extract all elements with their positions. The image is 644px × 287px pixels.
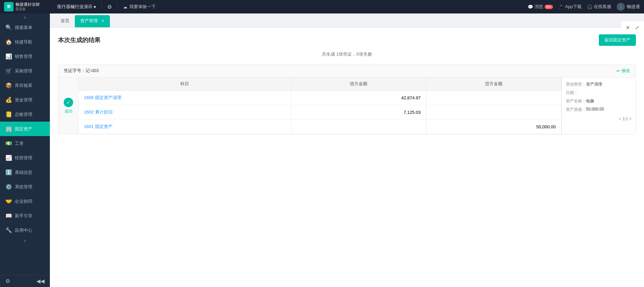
sidebar-scroll-down[interactable]: ▼	[0, 237, 50, 244]
sidebar-item-operation[interactable]: 📈 经营管理	[0, 151, 50, 165]
search-icon: 🔍	[5, 24, 12, 31]
sidebar-item-basic-info[interactable]: ℹ️ 基础信息	[0, 165, 50, 180]
topbar: 财 畅捷通好业财 普及版 医疗器械行业演示 ▾ ⚙ ☁ 我要体验一下 💬 消息 …	[0, 0, 644, 13]
sidebar-item-enterprise[interactable]: 🤝 企业协同	[0, 194, 50, 209]
voucher-card: 凭证字号：记-003 ✏ 修改 ✓ 成功	[58, 64, 636, 134]
edit-label: 修改	[621, 68, 630, 74]
sidebar-item-label: 应用中心	[15, 227, 32, 233]
home-icon: 🏠	[5, 39, 12, 45]
sidebar-item-inventory[interactable]: 📦 库存核算	[0, 78, 50, 93]
tab-close-icon[interactable]: ✕	[101, 19, 104, 23]
date-label: 日期：	[566, 90, 586, 96]
topbar-right: 💬 消息 99+ 📱 App下载 🎧 在线客服 👤 畅捷通	[528, 3, 640, 11]
change-type-label: 变动类型：	[566, 82, 586, 87]
table-row: 1602 累计折旧 7,125.03	[79, 105, 561, 120]
sidebar-item-label: 快捷导航	[15, 39, 32, 45]
sidebar-item-label: 工资	[15, 140, 24, 147]
message-button[interactable]: 💬 消息 99+	[528, 4, 553, 10]
close-panel-button[interactable]: ✕	[624, 24, 632, 31]
sidebar-settings-icon[interactable]: ⚙	[5, 278, 10, 284]
change-type-row: 变动类型： 资产清理	[566, 82, 632, 87]
message-label: 消息	[534, 4, 543, 10]
sidebar-item-label: 系统管理	[15, 184, 32, 190]
settings-icon[interactable]: ⚙	[107, 4, 112, 10]
status-column: ✓ 成功	[58, 77, 79, 134]
experience-link[interactable]: ☁ 我要体验一下	[123, 4, 156, 10]
page-header: 本次生成的结果 返回固定资产	[58, 34, 636, 46]
sidebar-scroll: ▲ 🔍 搜索菜单 🏠 快捷导航 📊 销售管理 🛒 采购管理 📦 库存核算	[0, 13, 50, 275]
subject-cell-2[interactable]: 1602 累计折旧	[79, 105, 291, 120]
sidebar-item-app-center[interactable]: 🔧 应用中心	[0, 223, 50, 237]
sidebar: ▲ 🔍 搜索菜单 🏠 快捷导航 📊 销售管理 🛒 采购管理 📦 库存核算	[0, 13, 50, 287]
finance-icon: 💰	[5, 97, 12, 103]
debit-cell-3	[291, 120, 426, 134]
sidebar-item-guide[interactable]: 📖 新手引导	[0, 209, 50, 223]
panel-controls: ✕ ⤢	[621, 22, 644, 34]
return-button[interactable]: 返回固定资产	[599, 34, 636, 46]
basic-info-icon: ℹ️	[5, 169, 12, 176]
sidebar-item-label: 搜索菜单	[15, 25, 32, 31]
right-panel: 变动类型： 资产清理 日期： 资产名称： 电脑 资产原值：	[561, 77, 636, 134]
tab-home-label: 首页	[61, 18, 69, 23]
debit-cell-1: 42,874.97	[291, 91, 426, 105]
company-selector[interactable]: 医疗器械行业演示 ▾	[57, 4, 96, 10]
app-download-button[interactable]: 📱 App下载	[558, 4, 582, 10]
voucher-table-area: 科目 借方金额 贷方金额 1606 固定资产清理 42,874.97	[79, 77, 561, 134]
change-type-value: 资产清理	[586, 82, 602, 87]
divider	[101, 3, 102, 10]
main-layout: ▲ 🔍 搜索菜单 🏠 快捷导航 📊 销售管理 🛒 采购管理 📦 库存核算	[0, 13, 644, 287]
sidebar-item-label: 经营管理	[15, 155, 32, 161]
edit-button[interactable]: ✏ 修改	[616, 68, 630, 74]
divider2	[117, 3, 118, 10]
sidebar-item-ledger[interactable]: 📒 总账管理	[0, 107, 50, 122]
logo-text: 畅捷通好业财	[16, 2, 40, 7]
credit-cell-1	[426, 91, 561, 105]
col-credit: 贷方金额	[426, 77, 561, 91]
subject-cell-1[interactable]: 1606 固定资产清理	[79, 91, 291, 105]
sidebar-item-quick-nav[interactable]: 🏠 快捷导航	[0, 35, 50, 49]
sidebar-item-fixed-assets[interactable]: 🏢 固定资产	[0, 122, 50, 136]
debit-cell-2: 7,125.03	[291, 105, 426, 120]
voucher-header: 凭证字号：记-003 ✏ 修改	[58, 64, 636, 77]
service-label: 在线客服	[594, 4, 611, 10]
asset-name-label: 资产名称：	[566, 98, 586, 104]
customer-service-button[interactable]: 🎧 在线客服	[587, 4, 611, 10]
summary-text: 共生成 1张凭证，0张失败	[58, 51, 636, 57]
status-text: 成功	[64, 108, 72, 114]
sidebar-item-label: 基础信息	[15, 169, 32, 176]
asset-name-value: 电脑	[586, 98, 594, 104]
voucher-body: ✓ 成功 科目 借方金额 贷方金额	[58, 77, 636, 134]
experience-label: 我要体验一下	[129, 4, 156, 10]
col-subject: 科目	[79, 77, 291, 91]
page-content: 本次生成的结果 返回固定资产 共生成 1张凭证，0张失败 凭证字号：记-003 …	[50, 28, 644, 287]
tab-home[interactable]: 首页	[55, 15, 75, 27]
content-area: 首页 资产管理 ✕ 本次生成的结果 返回固定资产 共生成 1张凭证，0张失败 凭…	[50, 13, 644, 287]
credit-cell-2	[426, 105, 561, 120]
headset-icon: 🎧	[587, 4, 592, 9]
topbar-center: 医疗器械行业演示 ▾ ⚙ ☁ 我要体验一下	[54, 3, 528, 10]
user-menu[interactable]: 👤 畅捷通	[617, 3, 640, 11]
user-label: 畅捷通	[627, 4, 640, 10]
sidebar-item-purchase[interactable]: 🛒 采购管理	[0, 64, 50, 78]
sidebar-item-finance[interactable]: 💰 资金管理	[0, 93, 50, 107]
sidebar-item-search[interactable]: 🔍 搜索菜单	[0, 20, 50, 35]
asset-name-row: 资产名称： 电脑	[566, 98, 632, 104]
sidebar-item-label: 采购管理	[15, 68, 32, 74]
sidebar-scroll-up[interactable]: ▲	[0, 13, 50, 20]
sidebar-item-system[interactable]: ⚙️ 系统管理	[0, 180, 50, 194]
subject-cell-3[interactable]: 1601 固定资产	[79, 120, 291, 134]
sales-icon: 📊	[5, 53, 12, 60]
sidebar-item-sales[interactable]: 📊 销售管理	[0, 49, 50, 64]
avatar: 👤	[617, 3, 625, 11]
sidebar-item-salary[interactable]: 💵 工资	[0, 136, 50, 151]
sidebar-bottom: ⚙ ◀◀	[0, 275, 50, 287]
credit-cell-3: 50,000.00	[426, 120, 561, 134]
edit-icon: ✏	[616, 68, 620, 73]
success-icon: ✓	[64, 98, 73, 107]
tab-asset-mgmt[interactable]: 资产管理 ✕	[75, 15, 110, 27]
expand-panel-button[interactable]: ⤢	[633, 24, 641, 31]
sidebar-collapse-icon[interactable]: ◀◀	[36, 278, 44, 284]
app-label: App下载	[565, 4, 582, 10]
enterprise-icon: 🤝	[5, 198, 12, 204]
pagination[interactable]: < 1/1 >	[566, 117, 632, 121]
